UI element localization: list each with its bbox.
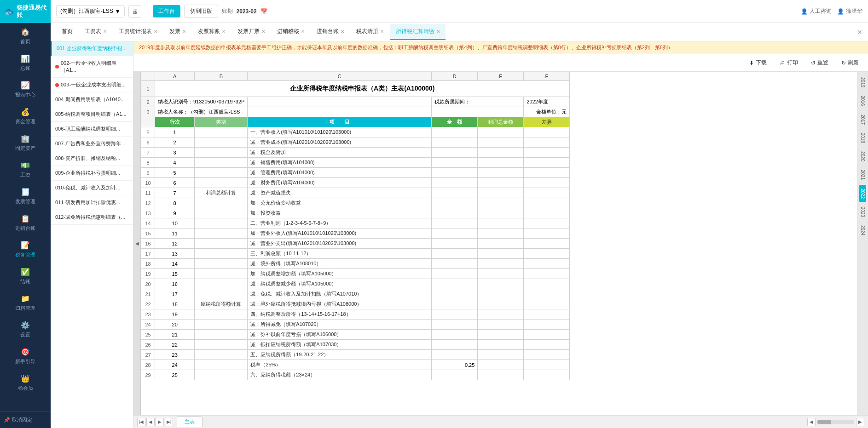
nav-tab-发票算账[interactable]: 发票算账✕ (192, 24, 231, 40)
tab-close-icon[interactable]: ✕ (341, 29, 344, 34)
taxpayer-name-label: 纳税人名称：（勾删）江西服宝-LSS (155, 107, 248, 117)
year-item-2016[interactable]: 2016 (859, 92, 866, 109)
sidebar-item-salary[interactable]: 💵 工资 (0, 156, 51, 183)
year-item-2021[interactable]: 2021 (859, 166, 866, 183)
table-row: 2218应纳税所得额计算减：境外应税所得抵减境内亏损（填写A108000） (141, 299, 570, 309)
diff-cell-19 (524, 320, 570, 330)
left-panel-item-6[interactable]: 007-广告费和业务宣传费跨年... (51, 137, 133, 151)
left-panel-item-4[interactable]: 005-纳税调整项目明细表（A1... (51, 107, 133, 122)
print-button[interactable]: 🖨 打印 (776, 57, 802, 68)
sidebar-item-purchase[interactable]: 📋 进销台账 (0, 210, 51, 236)
bottom-tab-main[interactable]: 主表 (177, 417, 203, 427)
empty-category-19 (195, 320, 248, 330)
nav-tab-税表清册[interactable]: 税表清册✕ (351, 24, 389, 40)
tab-close-icon[interactable]: ✕ (436, 29, 440, 34)
sidebar-item-member[interactable]: 👑 畅会员 (0, 370, 51, 396)
nav-first-btn[interactable]: |◀ (137, 418, 145, 426)
sidebar-item-archive[interactable]: 📁 归档管理 (0, 290, 51, 316)
sidebar-item-funds[interactable]: 💰 资金管理 (0, 103, 51, 130)
old-version-button[interactable]: 切到旧版 (184, 5, 218, 18)
workspace-button[interactable]: 工作台 (153, 5, 180, 17)
left-panel-item-2[interactable]: 003-一般企业成本支出明细... (51, 78, 133, 92)
user-icon: 👤 (837, 8, 844, 15)
tab-close-icon[interactable]: ✕ (380, 29, 384, 34)
year-item-2019[interactable]: 2019 (859, 74, 866, 91)
sheet-row-num-15: 20 (141, 279, 155, 289)
tab-close-icon[interactable]: ✕ (182, 29, 186, 34)
nav-tab-工资统计报表[interactable]: 工资统计报表✕ (113, 24, 163, 40)
tab-label: 税表清册 (356, 28, 378, 35)
collapse-panel-btn[interactable]: ◀ (133, 72, 141, 415)
left-panel-item-7[interactable]: 008-资产折旧、摊销及纳税... (51, 151, 133, 166)
nav-tab-工资表[interactable]: 工资表✕ (79, 24, 112, 40)
nav-next-btn[interactable]: ▶ (156, 418, 164, 426)
scroll-right-btn[interactable]: ▶ (856, 418, 864, 426)
left-panel-item-3[interactable]: 004-期间费用明细表（A1040... (51, 92, 133, 107)
close-all-tabs-btn[interactable]: ✕ (857, 29, 862, 36)
refresh-button[interactable]: ↻ 刷新 (838, 57, 862, 68)
reset-button[interactable]: ↺ 重置 (807, 57, 832, 68)
nav-last-btn[interactable]: ▶| (165, 418, 173, 426)
table-row: 1713三、利润总额（10-11-12） (141, 249, 570, 259)
value-cell-1 (432, 137, 478, 148)
year-item-2023[interactable]: 2023 (859, 203, 866, 221)
profit-cell-5 (478, 178, 524, 188)
value-cell-9 (432, 218, 478, 228)
left-panel-item-5[interactable]: 006-职工薪酬纳税调整明细... (51, 122, 133, 137)
left-panel-item-10[interactable]: 011-研发费用加计扣除优惠... (51, 195, 133, 210)
sidebar-label-settings: 设置 (20, 331, 30, 338)
left-panel-item-8[interactable]: 009-企业所得税补亏损明细... (51, 166, 133, 181)
service-btn[interactable]: 👤 人工咨询 (801, 7, 832, 15)
cancel-fixed-btn[interactable]: 📌 取消固定 (0, 412, 51, 428)
tab-close-icon[interactable]: ✕ (103, 29, 107, 34)
print-icon-btn[interactable]: 🖨 (128, 5, 141, 18)
profit-cell-7 (478, 198, 524, 208)
sidebar-item-close[interactable]: ✅ 结账 (0, 263, 51, 290)
user-btn[interactable]: 👤 徐泽华 (837, 7, 862, 15)
year-item-2018[interactable]: 2018 (859, 129, 866, 147)
scroll-thumb[interactable] (817, 420, 831, 424)
year-item-2022[interactable]: 2022 (859, 185, 866, 202)
tab-close-icon[interactable]: ✕ (261, 29, 265, 34)
table-row: 2925六、应纳所得税额（23×24） (141, 370, 570, 380)
sidebar-item-guide[interactable]: 🎯 新手引导 (0, 343, 51, 370)
left-panel-item-9[interactable]: 010-免税、减计收入及加计... (51, 181, 133, 195)
left-panel-item-0[interactable]: 001-企业所得税年度纳税申报... (51, 41, 133, 56)
sidebar-label-salary: 工资 (20, 171, 30, 178)
nav-tab-进销稽核[interactable]: 进销稽核✕ (272, 24, 310, 40)
scroll-left-btn[interactable]: ◀ (807, 418, 816, 426)
nav-prev-btn[interactable]: ◀ (146, 418, 155, 426)
empty-category-13 (195, 259, 248, 269)
company-selector[interactable]: (勾删）江西服宝-LSS ▼ (56, 5, 125, 17)
spreadsheet-area: ◀ A B C D E F (133, 72, 868, 415)
sidebar-item-invoice[interactable]: 🧾 发票管理 (0, 183, 51, 210)
table-row: 1612减：营业外支出(填写A102010\102020\103000) (141, 239, 570, 249)
table-container[interactable]: A B C D E F 1 企业所得税年度纳税申报表（A类）主表(A100000… (141, 72, 857, 415)
download-button[interactable]: ⬇ 下载 (746, 57, 770, 68)
profit-cell-16 (478, 289, 524, 299)
item-cell-16: 减：免税、减计收入及加计扣除（填写A107010） (248, 289, 432, 299)
nav-tab-发票[interactable]: 发票✕ (164, 24, 191, 40)
funds-icon: 💰 (21, 108, 30, 116)
sidebar-item-tax[interactable]: 📝 税务管理 (0, 236, 51, 263)
year-item-2020[interactable]: 2020 (859, 148, 866, 165)
left-panel-label-6: 007-广告费和业务宣传费跨年... (55, 140, 125, 147)
item-cell-19: 减：所得减免（填写A107020） (248, 320, 432, 330)
nav-tab-首页[interactable]: 首页 (56, 24, 78, 40)
tab-close-icon[interactable]: ✕ (154, 29, 157, 34)
sidebar-item-assets[interactable]: 🏢 固定资产 (0, 130, 51, 156)
year-item-2017[interactable]: 2017 (859, 111, 866, 128)
sidebar-item-home[interactable]: 🏠 首页 (0, 23, 51, 50)
tab-close-icon[interactable]: ✕ (222, 29, 226, 34)
sidebar-item-reports[interactable]: 📈 报表中心 (0, 76, 51, 103)
logo-icon: 🐟 (4, 6, 14, 17)
left-panel-item-11[interactable]: 012-减免所得税优惠明细表（... (51, 210, 133, 225)
sidebar-item-settings[interactable]: ⚙️ 设置 (0, 316, 51, 343)
nav-tab-所得税汇算清缴[interactable]: 所得税汇算清缴✕ (390, 24, 446, 40)
nav-tab-进销台账[interactable]: 进销台账✕ (311, 24, 350, 40)
tab-close-icon[interactable]: ✕ (301, 29, 305, 34)
sidebar-item-ledger[interactable]: 📊 总账 (0, 50, 51, 76)
nav-tab-发票开票[interactable]: 发票开票✕ (232, 24, 271, 40)
year-item-2024[interactable]: 2024 (859, 222, 866, 239)
left-panel-item-1[interactable]: 002-一般企业收入明细表（A1... (51, 56, 133, 78)
